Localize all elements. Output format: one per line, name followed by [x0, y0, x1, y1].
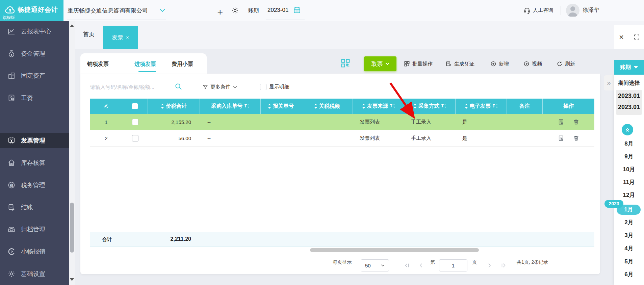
delete-icon[interactable]: [573, 119, 579, 125]
generate-voucher-button[interactable]: 生成凭证: [446, 57, 474, 70]
period-value[interactable]: 2023-01: [267, 7, 288, 14]
prev-page-button[interactable]: [418, 262, 424, 268]
last-page-button[interactable]: [500, 262, 507, 268]
period-range-divider: |: [616, 100, 642, 104]
sidebar-item-salary[interactable]: 工资: [0, 90, 69, 105]
tab-home[interactable]: 首页: [83, 30, 95, 38]
column-header-tariff[interactable]: 关税税额: [301, 99, 353, 114]
period-range-end: 2023.01: [616, 104, 642, 111]
search-icon[interactable]: [174, 82, 182, 90]
avatar[interactable]: [566, 4, 579, 17]
month-item[interactable]: 12月: [614, 190, 644, 200]
batch-icon: [404, 61, 410, 67]
sidebar-item-archive[interactable]: 归档管理: [0, 222, 69, 237]
delete-icon[interactable]: [573, 135, 579, 141]
table-row[interactable]: 1 2,155.20 -- 发票列表 手工录入 是: [90, 114, 594, 130]
month-item[interactable]: 9月: [614, 152, 644, 161]
column-header-customs-no[interactable]: 报关单号: [261, 99, 301, 114]
view-voucher-icon[interactable]: [558, 119, 564, 125]
column-header-method[interactable]: 采集方式: [404, 99, 456, 114]
horizontal-scrollbar-thumb[interactable]: [310, 248, 479, 252]
company-name[interactable]: 重庆畅捷交通信息咨询有限公司: [68, 7, 148, 15]
add-account-button[interactable]: ＋: [215, 6, 225, 18]
sidebar-item-funds[interactable]: 资金管理: [0, 46, 69, 61]
collapse-panel-button[interactable]: »: [604, 75, 614, 90]
view-voucher-icon[interactable]: [558, 135, 564, 141]
close-view-button[interactable]: ×: [614, 25, 629, 49]
subtab-expense-receipt[interactable]: 费用小票: [172, 61, 193, 68]
user-name[interactable]: 徐泽华: [583, 7, 599, 14]
moneybag-icon: [7, 50, 16, 58]
scroll-months-up-button[interactable]: [622, 124, 633, 135]
sidebar-item-inventory[interactable]: 库存核算: [0, 155, 69, 170]
support-link[interactable]: 人工咨询: [533, 7, 553, 14]
calendar-icon[interactable]: [293, 6, 301, 14]
voucher-icon: [446, 61, 452, 67]
month-item[interactable]: 3月: [614, 231, 644, 240]
fullscreen-button[interactable]: [629, 25, 644, 49]
next-page-button[interactable]: [486, 262, 492, 268]
month-item[interactable]: 11月: [614, 178, 644, 187]
select-all-checkbox[interactable]: [132, 103, 138, 109]
column-label: 发票来源: [367, 103, 388, 110]
sidebar-scrollbar[interactable]: [69, 21, 75, 285]
month-item[interactable]: 8月: [614, 139, 644, 149]
batch-actions-button[interactable]: 批量操作: [404, 57, 433, 70]
refresh-icon: [557, 61, 563, 67]
sort-icon: [465, 104, 468, 109]
show-detail-checkbox[interactable]: [260, 84, 266, 90]
scroll-up-icon[interactable]: [70, 24, 74, 27]
scroll-down-icon[interactable]: [70, 278, 74, 281]
column-label: 价税合计: [166, 103, 187, 110]
sidebar-item-invoice[interactable]: 发票管理: [0, 133, 69, 148]
sidebar-scrollbar-thumb[interactable]: [70, 203, 74, 253]
company-chevron-down-icon[interactable]: [159, 8, 165, 12]
search-input[interactable]: [89, 82, 175, 92]
sidebar-item-cloud-reports[interactable]: 云报表中心: [0, 24, 69, 39]
month-item[interactable]: 5月: [614, 257, 644, 266]
sidebar-item-expense[interactable]: 小畅报销: [0, 244, 69, 259]
tab-invoice[interactable]: 发票 ×: [103, 26, 138, 49]
more-filters-button[interactable]: 更多条件: [203, 84, 237, 90]
gear-icon[interactable]: [231, 6, 239, 15]
add-new-button[interactable]: 新增: [490, 57, 509, 70]
first-page-button[interactable]: [404, 262, 410, 268]
table-row[interactable]: 2 56.00 -- 发票列表 手工录入 是: [90, 130, 594, 147]
column-header-remark[interactable]: 备注: [507, 99, 543, 114]
column-header-amount[interactable]: 价税合计: [148, 99, 200, 114]
period-label: 账期: [248, 7, 259, 14]
column-header-actions[interactable]: 操作: [543, 99, 594, 114]
sort-icon: [161, 104, 164, 109]
sidebar-item-tax[interactable]: 税 税务管理: [0, 178, 69, 192]
sidebar: 云报表中心 资金管理 固定资产 工资 发票管理 库存核算 税 税务管理 结账: [0, 21, 75, 285]
month-item[interactable]: 4月: [614, 244, 644, 253]
video-button[interactable]: 视频: [523, 57, 542, 70]
subtab-purchase-invoice[interactable]: 进项发票: [134, 61, 156, 68]
sidebar-item-settings[interactable]: 基础设置: [0, 266, 69, 281]
row-checkbox[interactable]: [132, 135, 138, 141]
page-number-input[interactable]: [439, 259, 467, 271]
sidebar-item-closing[interactable]: 结账: [0, 200, 69, 215]
select-all-header[interactable]: [122, 99, 148, 114]
month-item[interactable]: 10月: [614, 165, 644, 174]
page-size-select[interactable]: 50: [361, 259, 389, 271]
subtab-sales-invoice[interactable]: 销项发票: [87, 61, 109, 68]
refresh-button[interactable]: 刷新: [557, 57, 575, 70]
column-header-source[interactable]: 发票来源: [353, 99, 404, 114]
row-checkbox[interactable]: [132, 119, 138, 125]
column-header-purchase-no[interactable]: 采购入库单号: [200, 99, 261, 114]
app-logo[interactable]: 畅捷通好会计 旗舰版: [0, 0, 63, 21]
month-item[interactable]: 6月: [614, 270, 644, 279]
column-header-electronic[interactable]: 电子发票: [456, 99, 507, 114]
fetch-invoice-button[interactable]: 取票: [364, 56, 396, 71]
qr-scan-icon[interactable]: [340, 58, 351, 68]
tab-close-icon[interactable]: ×: [126, 34, 129, 40]
column-settings-header[interactable]: [90, 99, 122, 114]
period-dropdown-button[interactable]: 账期: [614, 60, 644, 75]
chart-icon: [7, 27, 16, 35]
month-item[interactable]: 2月: [614, 218, 644, 227]
sidebar-item-fixed-assets[interactable]: 固定资产: [0, 68, 69, 83]
period-range-box[interactable]: 2023.01 | 2023.01: [616, 90, 642, 115]
show-detail-toggle[interactable]: 显示明细: [260, 84, 289, 90]
video-label: 视频: [532, 61, 542, 67]
